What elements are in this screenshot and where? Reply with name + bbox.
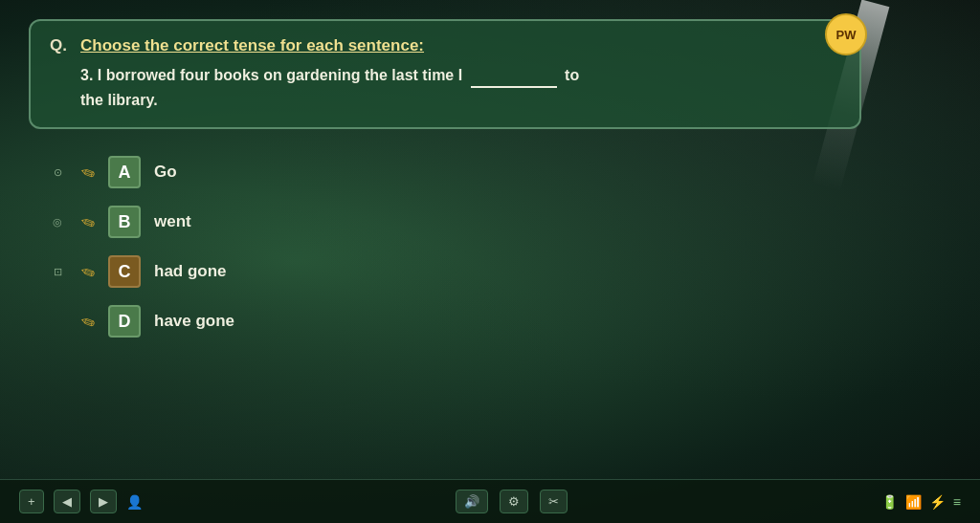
signal-icon: 📶 <box>905 494 922 510</box>
prev-icon: ◀ <box>62 494 72 509</box>
badge-b[interactable]: B <box>108 206 141 238</box>
badge-a[interactable]: A <box>108 156 141 188</box>
toolbar-right: 🔋 📶 ⚡ ≡ <box>881 494 961 510</box>
toolbar-center: 🔊 ⚙ ✂ <box>456 490 568 513</box>
option-c-text: had gone <box>154 262 227 281</box>
option-a-text: Go <box>154 163 177 182</box>
question-text: 3. I borrowed four books on gardening th… <box>50 61 840 112</box>
next-icon: ▶ <box>99 494 108 509</box>
side-icon-c: ⊡ <box>48 262 67 281</box>
next-button[interactable]: ▶ <box>90 490 117 513</box>
plus-icon: + <box>28 494 35 509</box>
sentence-part2: to <box>565 67 579 83</box>
option-d-row[interactable]: ✏ D have gone <box>48 305 951 338</box>
question-number: 3. <box>80 67 93 83</box>
options-container: ⊙ ✏ A Go ◎ ✏ B went ⊡ ✏ C <box>29 156 951 338</box>
sentence-part1: I borrowed four books on gardening the l… <box>98 67 462 83</box>
person-icon: 👤 <box>126 494 143 510</box>
sentence-part3: the library. <box>80 92 158 108</box>
pencil-a: ✏ <box>80 163 95 181</box>
side-icon-b: ◎ <box>48 212 67 231</box>
pencil-icon-d: ✏ <box>78 311 97 332</box>
option-d-text: have gone <box>154 312 234 331</box>
pencil-icon-b: ✏ <box>78 211 97 232</box>
pencil-b: ✏ <box>80 213 95 230</box>
cut-button[interactable]: ✂ <box>540 490 568 513</box>
sound-icon: 🔊 <box>464 494 479 509</box>
pencil-icon-c: ✏ <box>78 261 97 282</box>
option-b-row[interactable]: ◎ ✏ B went <box>48 206 951 238</box>
badge-d[interactable]: D <box>108 305 141 338</box>
pencil-icon-a: ✏ <box>78 162 97 183</box>
side-icon-a: ⊙ <box>48 163 67 182</box>
gear-icon: ⚙ <box>508 494 520 509</box>
scissors-icon: ✂ <box>548 494 559 509</box>
option-b-text: went <box>154 212 191 231</box>
sound-button[interactable]: 🔊 <box>456 490 488 513</box>
menu-icon: ≡ <box>953 494 961 510</box>
settings-button[interactable]: ⚙ <box>500 490 528 513</box>
question-box: Q. Choose the correct tense for each sen… <box>29 19 861 129</box>
blank-space <box>471 61 557 88</box>
badge-c[interactable]: C <box>108 255 141 288</box>
question-title: Choose the correct tense for each senten… <box>80 36 424 55</box>
option-c-row[interactable]: ⊡ ✏ C had gone <box>48 255 951 288</box>
toolbar-left: + ◀ ▶ 👤 <box>19 490 143 513</box>
plus-button[interactable]: + <box>19 490 44 513</box>
bottom-toolbar: + ◀ ▶ 👤 🔊 ⚙ ✂ 🔋 📶 ⚡ ≡ <box>0 479 980 523</box>
pw-badge: PW <box>825 13 867 55</box>
battery-icon: 🔋 <box>881 494 898 510</box>
pencil-d: ✏ <box>80 313 95 330</box>
prev-button[interactable]: ◀ <box>54 490 80 513</box>
side-icon-d <box>48 312 67 331</box>
pencil-c: ✏ <box>80 263 95 280</box>
option-a-row[interactable]: ⊙ ✏ A Go <box>48 156 951 188</box>
q-label: Q. <box>50 36 73 55</box>
lightning-icon: ⚡ <box>929 494 946 510</box>
